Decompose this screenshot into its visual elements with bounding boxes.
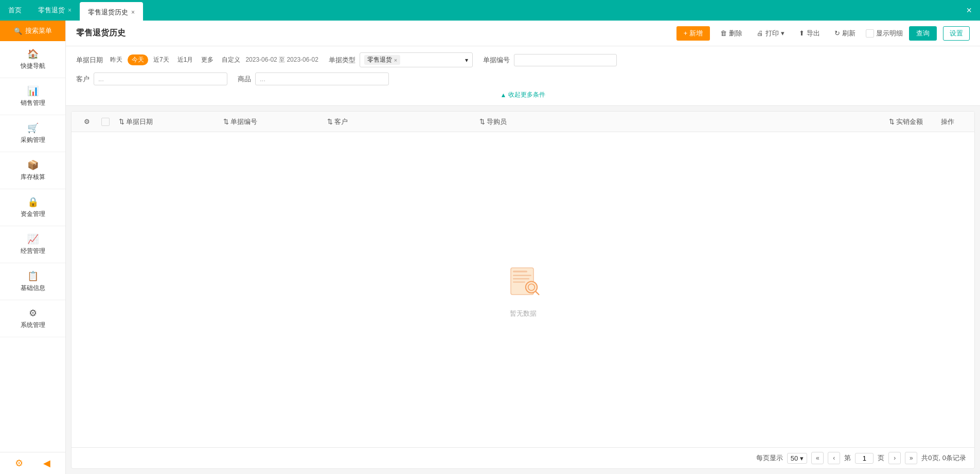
tab-retail-return-history-label: 零售退货历史 <box>88 8 128 17</box>
th-bill-no-label: 单据编号 <box>230 117 257 126</box>
select-all-checkbox[interactable] <box>101 118 110 126</box>
tab-retail-return-close[interactable]: × <box>68 7 72 14</box>
prev-page-button[interactable]: ‹ <box>828 452 840 464</box>
svg-rect-2 <box>513 275 531 276</box>
sidebar-search-button[interactable]: 🔍 搜索菜单 <box>0 21 65 41</box>
query-label: 查询 <box>916 29 930 38</box>
delete-button[interactable]: 🗑 删除 <box>716 27 746 40</box>
finance-mgmt-icon: 🔒 <box>27 196 39 208</box>
sidebar-item-ops-mgmt[interactable]: 📈 经营管理 <box>0 226 65 263</box>
date-filter-item: 单据日期 昨天 今天 近7天 近1月 更多 自定义 2023-06-02 至 2… <box>76 54 318 65</box>
tab-retail-return-history-close[interactable]: × <box>131 9 135 16</box>
date-btn-more[interactable]: 更多 <box>198 54 217 65</box>
delete-label: 删除 <box>729 29 742 38</box>
tab-home[interactable]: 首页 <box>0 0 30 21</box>
export-button[interactable]: ⬆ 导出 <box>795 27 824 40</box>
filter-area: 单据日期 昨天 今天 近7天 近1月 更多 自定义 2023-06-02 至 2… <box>66 46 980 106</box>
settings-button[interactable]: 设置 <box>943 26 970 41</box>
settings-bottom-icon[interactable]: ⚙ <box>15 458 23 469</box>
sidebar: 🔍 搜索菜单 🏠 快捷导航 📊 销售管理 🛒 采购管理 📦 库存核算 🔒 <box>0 21 66 474</box>
tab-retail-return[interactable]: 零售退货 × <box>30 0 80 21</box>
bill-type-filter-item: 单据类型 零售退货 × ▾ <box>329 52 473 67</box>
window-close-button[interactable]: × <box>966 5 972 16</box>
ops-mgmt-label: 经营管理 <box>21 247 45 256</box>
page-size-dropdown-icon: ▾ <box>800 454 804 462</box>
show-detail-toggle[interactable]: 显示明细 <box>866 29 903 38</box>
search-icon: 🔍 <box>14 27 22 35</box>
customer-select[interactable]: ... <box>94 72 227 85</box>
th-bill-no[interactable]: ⇅ 单据编号 <box>219 117 324 126</box>
empty-icon <box>503 262 544 303</box>
date-btn-7days[interactable]: 近7天 <box>150 54 172 65</box>
export-label: 导出 <box>807 29 820 38</box>
date-btn-yesterday[interactable]: 昨天 <box>107 54 126 65</box>
new-button[interactable]: + 新增 <box>676 26 710 41</box>
refresh-button[interactable]: ↻ 刷新 <box>830 27 860 40</box>
print-icon: 🖨 <box>757 29 763 37</box>
settings-label: 设置 <box>950 29 963 38</box>
th-guide-icon: ⇅ <box>479 118 485 125</box>
tab-retail-return-history[interactable]: 零售退货历史 × <box>80 2 143 23</box>
last-page-button[interactable]: » <box>905 452 917 464</box>
th-customer-icon: ⇅ <box>327 118 333 125</box>
th-customer[interactable]: ⇅ 客户 <box>323 117 475 126</box>
top-bar: 首页 零售退货 × 零售退货历史 × × <box>0 0 980 21</box>
sidebar-item-finance-mgmt[interactable]: 🔒 资金管理 <box>0 189 65 226</box>
collapse-sidebar-icon[interactable]: ◀ <box>43 458 50 469</box>
bill-type-dropdown-icon: ▾ <box>465 57 468 64</box>
sidebar-item-sys-mgmt[interactable]: ⚙ 系统管理 <box>0 300 65 337</box>
th-guide[interactable]: ⇅ 导购员 <box>475 117 580 126</box>
customer-placeholder: ... <box>98 75 104 83</box>
sidebar-item-sales-mgmt[interactable]: 📊 销售管理 <box>0 78 65 115</box>
bill-type-label: 单据类型 <box>329 56 355 65</box>
column-settings-button[interactable]: ⚙ <box>82 115 92 129</box>
sidebar-item-purchase-mgmt[interactable]: 🛒 采购管理 <box>0 115 65 152</box>
table-area: ⚙ ⇅ 单据日期 ⇅ 单据编号 ⇅ 客户 ⇅ <box>71 111 975 469</box>
sys-mgmt-icon: ⚙ <box>29 307 37 319</box>
refresh-icon: ↻ <box>834 29 840 37</box>
goods-filter-item: 商品 ... <box>238 72 389 85</box>
bill-type-select[interactable]: 零售退货 × ▾ <box>360 52 473 67</box>
collapse-filter-button[interactable]: ▲ 收起更多条件 <box>501 90 546 99</box>
empty-text: 暂无数据 <box>510 309 537 318</box>
print-button[interactable]: 🖨 打印 ▾ <box>753 27 789 40</box>
bill-no-input[interactable] <box>514 54 617 66</box>
sidebar-item-quick-nav[interactable]: 🏠 快捷导航 <box>0 41 65 78</box>
purchase-mgmt-label: 采购管理 <box>21 136 45 144</box>
page-label: 第 <box>844 453 851 463</box>
sys-mgmt-label: 系统管理 <box>21 321 45 330</box>
goods-placeholder: ... <box>260 75 265 83</box>
th-bill-date-label: 单据日期 <box>126 117 153 126</box>
date-btn-custom[interactable]: 自定义 <box>219 54 243 65</box>
sidebar-item-basic-info[interactable]: 📋 基础信息 <box>0 263 65 300</box>
collapse-arrow-icon: ▲ <box>501 92 507 99</box>
th-amount[interactable]: ⇅ 实销金额 <box>876 117 927 126</box>
page-size-select[interactable]: 50 ▾ <box>787 453 807 464</box>
page-number-input[interactable] <box>855 453 874 464</box>
bill-type-tag-close[interactable]: × <box>394 57 397 63</box>
bill-type-tag: 零售退货 × <box>364 55 400 65</box>
svg-rect-1 <box>513 270 527 272</box>
quick-nav-label: 快捷导航 <box>21 62 45 70</box>
first-page-button[interactable]: « <box>811 452 824 464</box>
th-bill-date[interactable]: ⇅ 单据日期 <box>115 117 219 126</box>
th-customer-label: 客户 <box>334 117 348 126</box>
goods-select[interactable]: ... <box>255 72 389 85</box>
tab-retail-return-label: 零售退货 <box>38 6 65 15</box>
customer-filter-item: 客户 ... <box>76 72 227 85</box>
th-settings: ⚙ <box>78 115 96 129</box>
tab-home-label: 首页 <box>8 6 22 15</box>
date-btn-1month[interactable]: 近1月 <box>174 54 197 65</box>
ops-mgmt-icon: 📈 <box>27 233 39 245</box>
sidebar-search-label: 搜索菜单 <box>25 26 52 35</box>
next-page-button[interactable]: › <box>888 452 901 464</box>
show-detail-checkbox[interactable] <box>866 29 874 38</box>
date-btn-today[interactable]: 今天 <box>128 54 148 65</box>
svg-line-7 <box>536 291 539 294</box>
query-button[interactable]: 查询 <box>909 26 937 41</box>
svg-rect-3 <box>513 278 529 279</box>
sidebar-item-inventory[interactable]: 📦 库存核算 <box>0 152 65 189</box>
th-amount-label: 实销金额 <box>896 117 923 126</box>
new-label: + 新增 <box>684 29 703 38</box>
filter-row-1: 单据日期 昨天 今天 近7天 近1月 更多 自定义 2023-06-02 至 2… <box>76 52 970 67</box>
